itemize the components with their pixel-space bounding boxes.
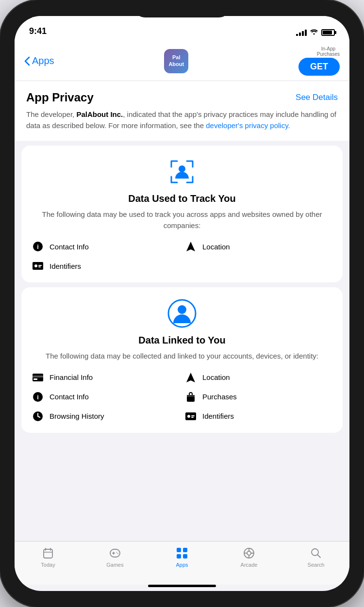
track-items-grid: i Contact Info Location bbox=[31, 240, 333, 273]
track-identifiers-label: Identifiers bbox=[50, 262, 81, 270]
linked-item-purchases: Purchases bbox=[184, 390, 333, 404]
privacy-intro: App Privacy See Details The developer, P… bbox=[15, 81, 349, 141]
svg-point-31 bbox=[116, 552, 117, 553]
tab-search-label: Search bbox=[308, 562, 325, 568]
track-card-title: Data Used to Track You bbox=[31, 193, 333, 204]
privacy-header: App Privacy See Details bbox=[26, 91, 338, 104]
get-button[interactable]: GET bbox=[298, 58, 340, 76]
app-icon-area: PalAbout bbox=[60, 49, 293, 73]
home-indicator bbox=[148, 585, 216, 587]
track-card-desc: The following data may be used to track … bbox=[31, 209, 333, 231]
notch bbox=[133, 0, 231, 17]
back-button[interactable]: Apps bbox=[24, 55, 54, 66]
location-arrow-icon bbox=[184, 240, 198, 253]
privacy-title: App Privacy bbox=[26, 91, 94, 104]
clock-icon bbox=[31, 410, 45, 423]
tab-apps[interactable]: Apps bbox=[149, 546, 215, 568]
arcade-icon bbox=[242, 546, 256, 560]
signal-icon bbox=[296, 29, 307, 36]
nav-bar: Apps PalAbout In-AppPurchases GET bbox=[15, 40, 349, 81]
linked-item-financial: Financial Info bbox=[31, 371, 180, 384]
tab-bar: Today Games bbox=[15, 541, 349, 585]
linked-contact-label: Contact Info bbox=[50, 393, 89, 401]
location-arrow-icon-2 bbox=[184, 371, 198, 384]
svg-rect-23 bbox=[191, 415, 195, 416]
svg-line-44 bbox=[318, 555, 321, 558]
tab-today[interactable]: Today bbox=[15, 546, 82, 568]
games-icon bbox=[108, 546, 122, 560]
id-card-icon bbox=[31, 259, 45, 273]
info-circle-icon: i bbox=[31, 240, 45, 253]
linked-item-location: Location bbox=[184, 371, 333, 384]
svg-rect-35 bbox=[177, 554, 181, 558]
svg-rect-21 bbox=[185, 412, 196, 420]
status-time: 9:41 bbox=[29, 26, 47, 36]
svg-rect-34 bbox=[183, 548, 187, 552]
tab-games-label: Games bbox=[106, 562, 123, 568]
wifi-icon bbox=[310, 28, 318, 36]
svg-rect-4 bbox=[33, 262, 43, 270]
svg-rect-36 bbox=[183, 554, 187, 558]
get-section: In-AppPurchases GET bbox=[298, 46, 340, 76]
credit-card-icon bbox=[31, 371, 45, 384]
linked-card-title: Data Linked to You bbox=[31, 335, 333, 346]
svg-rect-24 bbox=[191, 417, 194, 418]
svg-text:i: i bbox=[37, 394, 39, 401]
status-icons bbox=[296, 28, 335, 36]
svg-rect-17 bbox=[187, 395, 195, 397]
info-circle-icon-2: i bbox=[31, 390, 45, 404]
phone-screen: 9:41 bbox=[15, 16, 349, 591]
linked-you-card: Data Linked to You The following data ma… bbox=[21, 287, 343, 433]
linked-purchases-label: Purchases bbox=[202, 393, 237, 401]
svg-rect-11 bbox=[33, 376, 43, 377]
in-app-label: In-AppPurchases bbox=[317, 46, 340, 57]
track-location-label: Location bbox=[202, 243, 230, 251]
track-you-card: Data Used to Track You The following dat… bbox=[21, 146, 343, 282]
content-scroll[interactable]: App Privacy See Details The developer, P… bbox=[15, 81, 349, 541]
linked-identifiers-label: Identifiers bbox=[202, 412, 234, 420]
linked-item-contact: i Contact Info bbox=[31, 390, 180, 404]
bag-icon bbox=[184, 390, 198, 404]
track-contact-label: Contact Info bbox=[50, 243, 89, 251]
svg-text:i: i bbox=[37, 243, 39, 250]
linked-card-desc: The following data may be collected and … bbox=[31, 351, 333, 362]
tab-today-label: Today bbox=[41, 562, 55, 568]
svg-point-32 bbox=[117, 553, 118, 554]
linked-items-grid: Financial Info Location bbox=[31, 371, 333, 423]
face-scan-icon bbox=[167, 157, 197, 186]
tab-arcade[interactable]: Arcade bbox=[215, 546, 282, 568]
id-card-icon-2 bbox=[184, 410, 198, 423]
search-icon bbox=[309, 546, 323, 560]
svg-marker-3 bbox=[186, 242, 195, 251]
svg-point-0 bbox=[179, 165, 185, 172]
privacy-description: The developer, PalAbout Inc., indicated … bbox=[26, 109, 338, 131]
svg-point-38 bbox=[247, 551, 251, 555]
app-icon: PalAbout bbox=[164, 49, 188, 73]
svg-point-5 bbox=[34, 264, 37, 267]
privacy-policy-link[interactable]: developer's privacy policy. bbox=[206, 121, 290, 130]
tab-games[interactable]: Games bbox=[82, 546, 149, 568]
svg-point-9 bbox=[178, 305, 186, 314]
svg-rect-25 bbox=[44, 549, 52, 558]
track-item-identifiers: Identifiers bbox=[31, 259, 180, 273]
linked-browsing-label: Browsing History bbox=[50, 412, 104, 420]
tab-apps-label: Apps bbox=[176, 562, 188, 568]
back-label: Apps bbox=[32, 55, 54, 66]
svg-point-22 bbox=[187, 415, 190, 418]
linked-item-identifiers: Identifiers bbox=[184, 410, 333, 423]
phone-frame: 9:41 bbox=[0, 0, 364, 607]
status-bar: 9:41 bbox=[15, 16, 349, 40]
apps-icon bbox=[175, 546, 189, 560]
see-details-link[interactable]: See Details bbox=[296, 93, 338, 102]
tab-search[interactable]: Search bbox=[282, 546, 349, 568]
svg-rect-7 bbox=[38, 266, 41, 267]
svg-rect-12 bbox=[33, 378, 37, 380]
linked-location-label: Location bbox=[202, 373, 230, 381]
developer-name: PalAbout Inc. bbox=[76, 110, 123, 118]
linked-item-browsing: Browsing History bbox=[31, 410, 180, 423]
tab-arcade-label: Arcade bbox=[241, 562, 258, 568]
linked-financial-label: Financial Info bbox=[50, 373, 93, 381]
person-circle-icon bbox=[167, 299, 197, 328]
today-icon bbox=[41, 546, 55, 560]
linked-icon-area bbox=[31, 299, 333, 328]
